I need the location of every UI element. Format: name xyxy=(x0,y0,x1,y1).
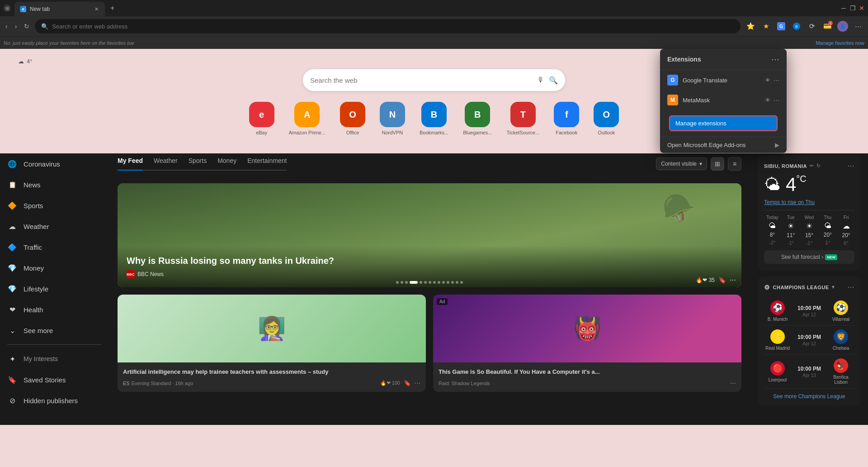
evening-standard-logo: ES xyxy=(123,381,130,386)
profile-icon[interactable]: 👤 xyxy=(836,20,849,33)
shortcut-amazon[interactable]: A Amazon Prime... xyxy=(289,102,326,135)
emoji-reactions-icon: 🔥❤ xyxy=(696,277,707,283)
weather-more-button[interactable]: ⋯ xyxy=(847,162,854,170)
sidebar-item-hidden[interactable]: ⊘ Hidden publishers xyxy=(0,390,108,411)
shortcut-bluegames[interactable]: B Bluegames... xyxy=(463,102,492,135)
see-full-forecast-button[interactable]: See full forecast › NEW xyxy=(764,250,854,264)
hero-more-button[interactable]: ⋯ xyxy=(730,276,736,284)
extension-item-translate[interactable]: G Google Translate 👁 ⋯ xyxy=(660,70,787,90)
sidebar-item-news[interactable]: 📋 News xyxy=(0,174,108,195)
shortcut-nordvpn[interactable]: N NordVPN xyxy=(380,102,405,135)
tab-money[interactable]: Money xyxy=(217,155,236,166)
metamask-visibility-button[interactable]: 👁 xyxy=(765,97,771,104)
sidebar-item-interests[interactable]: ✦ My Interests xyxy=(0,348,108,369)
small-card-game[interactable]: 👹 Ad This Game is So Beautiful. If You H… xyxy=(433,295,741,392)
address-bar[interactable]: 🔍 xyxy=(35,19,741,33)
dot-1 xyxy=(396,281,399,284)
champions-more-button[interactable]: ⋯ xyxy=(847,283,854,291)
see-more-champions-link[interactable]: See more Champions League xyxy=(764,393,854,400)
open-addons-item[interactable]: Open Microsoft Edge Add-ons ▶ xyxy=(660,137,787,153)
search-submit-icon[interactable]: 🔍 xyxy=(549,76,558,85)
manage-favorites-link[interactable]: Manage favorites now xyxy=(816,40,864,46)
settings-button[interactable]: ⋯ xyxy=(852,20,864,33)
search-input[interactable] xyxy=(310,76,533,84)
dot-9 xyxy=(438,281,440,284)
sidebar-item-traffic[interactable]: 🔷 Traffic xyxy=(0,237,108,257)
small-card-teachers[interactable]: 👩‍🏫 Artificial intelligence may help tra… xyxy=(118,295,426,392)
shortcut-facebook-icon: f xyxy=(554,102,579,127)
restore-button[interactable]: ❐ xyxy=(850,5,855,11)
sidebar-item-lifestyle[interactable]: 💎 Lifestyle xyxy=(0,278,108,299)
tab-myfeed[interactable]: My Feed xyxy=(118,155,143,166)
manage-extensions-button[interactable]: Manage extensions xyxy=(669,115,778,131)
shortcut-bookmarks[interactable]: B Bookmarks... xyxy=(420,102,448,135)
shortcut-office[interactable]: O Office xyxy=(340,102,365,135)
list-view-button[interactable]: ≡ xyxy=(728,157,741,171)
shortcut-ebay-label: eBay xyxy=(256,130,267,135)
sidebar-item-weather[interactable]: ☁ Weather xyxy=(0,216,108,237)
card-game-more[interactable]: ⋯ xyxy=(730,380,736,386)
grid-icon[interactable]: ⊞ xyxy=(4,5,11,12)
forecast-wed-low: -1° xyxy=(806,240,812,246)
shortcut-nordvpn-icon: N xyxy=(380,102,405,127)
shortcut-ebay[interactable]: e eBay xyxy=(249,102,274,135)
shortcut-outlook[interactable]: O Outlook xyxy=(594,102,619,135)
refresh-button[interactable]: ↻ xyxy=(22,21,31,32)
microphone-icon[interactable]: 🎙 xyxy=(537,76,544,84)
forward-button[interactable]: › xyxy=(13,21,19,32)
shortcut-ticketsource[interactable]: T TicketSource... xyxy=(506,102,539,135)
small-cards-row: 👩‍🏫 Artificial intelligence may help tra… xyxy=(118,295,741,392)
active-tab[interactable]: e New tab ✕ xyxy=(14,2,105,16)
close-window-button[interactable]: ✕ xyxy=(859,5,864,11)
sidebar-item-seemore[interactable]: ⌄ See more xyxy=(0,320,108,341)
shortcut-office-icon: O xyxy=(340,102,365,127)
translate-more-button[interactable]: ⋯ xyxy=(774,77,779,84)
shortcut-facebook[interactable]: f Facebook xyxy=(554,102,579,135)
health-icon: ❤ xyxy=(7,305,17,315)
content-visible-dropdown[interactable]: Content visible ▾ xyxy=(656,157,707,170)
favorites-icon[interactable]: ★ xyxy=(760,20,772,33)
new-tab-button[interactable]: + xyxy=(107,3,118,13)
champions-expand-icon[interactable]: ▾ xyxy=(832,284,835,290)
extension1-icon[interactable]: G xyxy=(775,20,788,33)
minimize-button[interactable]: ─ xyxy=(841,5,846,11)
extension-item-metamask[interactable]: M MetaMask 👁 ⋯ xyxy=(660,90,787,110)
weather-forecast-link[interactable]: Temps to rise on Thu xyxy=(764,199,854,205)
hero-card[interactable]: 🪖 Why is Russia losing so many tanks in … xyxy=(118,183,741,287)
dot-5 xyxy=(420,281,422,284)
grid-view-button[interactable]: ⊞ xyxy=(711,157,724,171)
extensions-more-button[interactable]: ⋯ xyxy=(771,54,779,64)
team-home-2: ⭐ Real Madrid xyxy=(764,329,791,351)
card-teachers-bookmark[interactable]: 🔖 xyxy=(404,380,411,386)
tab-close-button[interactable]: ✕ xyxy=(94,5,99,13)
metamask-more-button[interactable]: ⋯ xyxy=(774,97,779,104)
sync-icon[interactable]: ⟳ xyxy=(806,20,818,33)
weather-edit-icon[interactable]: ✏ xyxy=(810,163,814,169)
translate-visibility-button[interactable]: 👁 xyxy=(765,77,771,84)
wallet-icon[interactable]: 💳 1 xyxy=(821,20,834,33)
sidebar-item-saved[interactable]: 🔖 Saved Stories xyxy=(0,369,108,390)
forecast-fri-low: 6° xyxy=(844,240,849,246)
collections-icon[interactable]: ⭐ xyxy=(744,20,757,33)
hero-bookmark-button[interactable]: 🔖 xyxy=(718,276,726,284)
tab-weather[interactable]: Weather xyxy=(154,155,178,166)
weather-forecast: Today 🌤 8° -2° Tue ☀ 11° -1° Wed ☀ 15° -… xyxy=(764,210,854,246)
search-box[interactable]: 🎙 🔍 xyxy=(303,69,565,91)
match-info-3: 10:00 PM Apr 13 xyxy=(797,366,821,378)
favorites-bar-hint: No: just easily place your favorites her… xyxy=(4,40,814,46)
sidebar-item-coronavirus[interactable]: 🌐 Coronavirus xyxy=(0,153,108,174)
address-input[interactable] xyxy=(52,23,734,30)
favorites-bar: No: just easily place your favorites her… xyxy=(0,36,868,49)
shortcut-ticketsource-label: TicketSource... xyxy=(506,130,539,135)
back-button[interactable]: ‹ xyxy=(4,21,9,32)
card-teachers-more[interactable]: ⋯ xyxy=(415,380,420,386)
forecast-tue-high: 11° xyxy=(787,232,795,238)
sidebar-item-health[interactable]: ❤ Health xyxy=(0,299,108,320)
tab-entertainment[interactable]: Entertainment xyxy=(247,155,287,166)
cursor-indicator: ▶ xyxy=(775,142,779,148)
weather-refresh-icon[interactable]: ↻ xyxy=(816,163,821,169)
sidebar-item-sports[interactable]: 🔶 Sports xyxy=(0,195,108,216)
edge-icon[interactable]: e xyxy=(790,20,803,33)
tab-sports[interactable]: Sports xyxy=(189,155,207,166)
sidebar-item-money[interactable]: 💎 Money xyxy=(0,257,108,278)
